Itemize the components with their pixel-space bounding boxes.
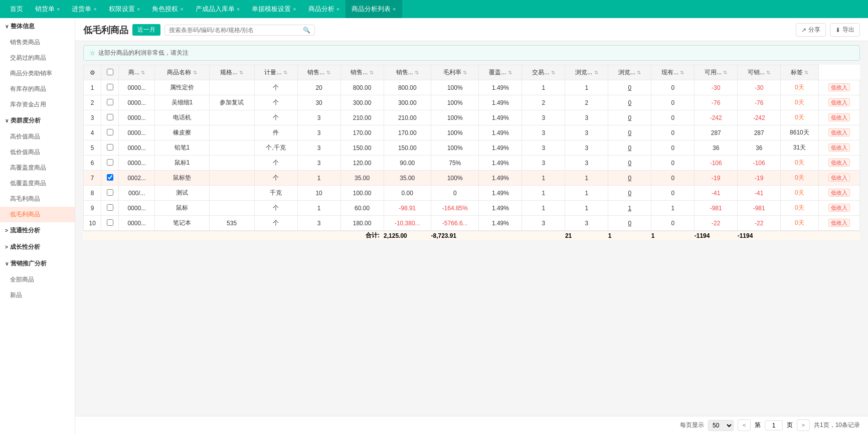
browse1[interactable]: 0 bbox=[608, 186, 651, 201]
row-select-checkbox[interactable] bbox=[107, 159, 113, 166]
table-container[interactable]: ⚙商... ⇅商品名称 ⇅规格... ⇅计量... ⇅销售... ⇅销售... … bbox=[79, 65, 864, 416]
browse1[interactable]: 0 bbox=[608, 110, 651, 125]
sidebar-group-营销推广分析[interactable]: ∨营销推广分析 bbox=[0, 255, 75, 272]
row-checkbox[interactable] bbox=[101, 156, 119, 171]
row-select-checkbox[interactable] bbox=[107, 84, 113, 90]
nav-item-进货单[interactable]: 进货单× bbox=[66, 0, 102, 18]
browse-link[interactable]: 0 bbox=[628, 160, 631, 167]
nav-item-角色授权[interactable]: 角色授权× bbox=[146, 0, 189, 18]
close-tab-icon[interactable]: × bbox=[57, 6, 60, 12]
share-button[interactable]: ↗ 分享 bbox=[796, 23, 826, 37]
col-header-16[interactable]: 可销... ⇅ bbox=[738, 65, 781, 80]
col-header-17[interactable]: 标签 ⇅ bbox=[781, 65, 818, 80]
sidebar-item-低价值商品[interactable]: 低价值商品 bbox=[0, 144, 75, 160]
close-tab-icon[interactable]: × bbox=[393, 6, 396, 12]
sidebar-item-商品分类助销率[interactable]: 商品分类助销率 bbox=[0, 66, 75, 81]
browse-link[interactable]: 0 bbox=[628, 220, 631, 227]
col-header-15[interactable]: 可用... ⇅ bbox=[695, 65, 738, 80]
browse1[interactable]: 0 bbox=[608, 80, 651, 95]
select-all-checkbox[interactable] bbox=[107, 69, 113, 75]
nav-item-商品分析列表[interactable]: 商品分析列表× bbox=[345, 0, 402, 18]
browse1[interactable]: 0 bbox=[608, 140, 651, 156]
row-select-checkbox[interactable] bbox=[107, 204, 113, 211]
row-checkbox[interactable] bbox=[101, 201, 119, 216]
prev-page-button[interactable]: ＜ bbox=[738, 419, 751, 431]
browse-link[interactable]: 0 bbox=[628, 190, 631, 197]
nav-item-权限设置[interactable]: 权限设置× bbox=[103, 0, 146, 18]
close-tab-icon[interactable]: × bbox=[137, 6, 140, 12]
sidebar-item-销售类商品[interactable]: 销售类商品 bbox=[0, 35, 75, 50]
sidebar-item-库存资金占用[interactable]: 库存资金占用 bbox=[0, 97, 75, 112]
sidebar-item-全部商品[interactable]: 全部商品 bbox=[0, 272, 75, 287]
browse1[interactable]: 0 bbox=[608, 125, 651, 140]
sidebar-group-流通性分析[interactable]: >流通性分析 bbox=[0, 222, 75, 239]
col-header-10[interactable]: 覆盖... ⇅ bbox=[479, 65, 522, 80]
col-header-9[interactable]: 毛利率 ⇅ bbox=[431, 65, 479, 80]
browse-link[interactable]: 0 bbox=[628, 84, 631, 91]
row-select-checkbox[interactable] bbox=[107, 99, 113, 105]
nav-item-产成品入库单[interactable]: 产成品入库单× bbox=[190, 0, 246, 18]
row-checkbox[interactable] bbox=[101, 171, 119, 186]
row-checkbox[interactable] bbox=[101, 140, 119, 156]
sidebar-item-高毛利商品[interactable]: 高毛利商品 bbox=[0, 191, 75, 207]
col-header-6[interactable]: 销售... ⇅ bbox=[297, 65, 340, 80]
sidebar-group-成长性分析[interactable]: >成长性分析 bbox=[0, 239, 75, 255]
col-header-12[interactable]: 浏览... ⇅ bbox=[565, 65, 608, 80]
nav-item-商品分析[interactable]: 商品分析× bbox=[302, 0, 345, 18]
time-filter-button[interactable]: 近一月 bbox=[132, 24, 160, 36]
browse-link[interactable]: 0 bbox=[628, 144, 631, 152]
col-header-11[interactable]: 交易... ⇅ bbox=[522, 65, 565, 80]
sidebar-group-类群度分析[interactable]: ∨类群度分析 bbox=[0, 112, 75, 129]
browse-link[interactable]: 0 bbox=[628, 99, 631, 106]
nav-item-销货单[interactable]: 销货单× bbox=[29, 0, 66, 18]
close-tab-icon[interactable]: × bbox=[237, 6, 240, 12]
col-header-5[interactable]: 计量... ⇅ bbox=[254, 65, 297, 80]
nav-item-首页[interactable]: 首页 bbox=[4, 0, 29, 18]
browse1[interactable]: 0 bbox=[608, 95, 651, 110]
sidebar-group-整体信息[interactable]: ∨整体信息 bbox=[0, 18, 75, 35]
row-select-checkbox[interactable] bbox=[107, 189, 113, 196]
sidebar-item-新品[interactable]: 新品 bbox=[0, 287, 75, 303]
row-select-checkbox[interactable] bbox=[107, 129, 113, 135]
page-size-select[interactable]: 50 100 bbox=[708, 420, 734, 431]
row-checkbox[interactable] bbox=[101, 216, 119, 231]
close-tab-icon[interactable]: × bbox=[93, 6, 96, 12]
close-tab-icon[interactable]: × bbox=[180, 6, 183, 12]
sidebar-item-高覆盖度商品[interactable]: 高覆盖度商品 bbox=[0, 160, 75, 176]
search-icon[interactable]: 🔍 bbox=[303, 27, 310, 34]
browse-link[interactable]: 1 bbox=[628, 205, 631, 212]
col-header-7[interactable]: 销售... ⇅ bbox=[340, 65, 384, 80]
settings-icon[interactable]: ⚙ bbox=[90, 69, 95, 76]
row-checkbox[interactable] bbox=[101, 186, 119, 201]
col-header-14[interactable]: 现有... ⇅ bbox=[651, 65, 695, 80]
browse1[interactable]: 0 bbox=[608, 156, 651, 171]
row-checkbox[interactable] bbox=[101, 110, 119, 125]
close-tab-icon[interactable]: × bbox=[336, 6, 339, 12]
row-checkbox[interactable] bbox=[101, 125, 119, 140]
browse1[interactable]: 1 bbox=[608, 201, 651, 216]
browse-link[interactable]: 0 bbox=[628, 114, 631, 121]
page-input[interactable] bbox=[765, 420, 783, 430]
col-header-8[interactable]: 销售... ⇅ bbox=[384, 65, 431, 80]
close-tab-icon[interactable]: × bbox=[293, 6, 296, 12]
col-header-3[interactable]: 商品名称 ⇅ bbox=[155, 65, 209, 80]
browse1[interactable]: 0 bbox=[608, 171, 651, 186]
export-button[interactable]: ⬇ 导出 bbox=[830, 23, 860, 37]
browse1[interactable]: 0 bbox=[608, 216, 651, 231]
nav-item-单据模板设置[interactable]: 单据模板设置× bbox=[246, 0, 302, 18]
next-page-button[interactable]: ＞ bbox=[797, 419, 810, 431]
sidebar-item-交易过的商品[interactable]: 交易过的商品 bbox=[0, 50, 75, 66]
row-select-checkbox[interactable] bbox=[107, 114, 113, 120]
sidebar-item-低毛利商品[interactable]: 低毛利商品 bbox=[0, 207, 75, 222]
sidebar-item-高价值商品[interactable]: 高价值商品 bbox=[0, 129, 75, 144]
col-header-4[interactable]: 规格... ⇅ bbox=[209, 65, 254, 80]
row-select-checkbox[interactable] bbox=[107, 219, 113, 226]
col-header-13[interactable]: 浏览... ⇅ bbox=[608, 65, 651, 80]
row-select-checkbox[interactable] bbox=[107, 144, 113, 151]
sidebar-item-有库存的商品[interactable]: 有库存的商品 bbox=[0, 81, 75, 97]
browse-link[interactable]: 0 bbox=[628, 175, 631, 182]
search-input[interactable] bbox=[169, 27, 303, 34]
sidebar-item-低覆盖度商品[interactable]: 低覆盖度商品 bbox=[0, 176, 75, 191]
browse-link[interactable]: 0 bbox=[628, 129, 631, 136]
row-select-checkbox[interactable] bbox=[107, 174, 113, 181]
